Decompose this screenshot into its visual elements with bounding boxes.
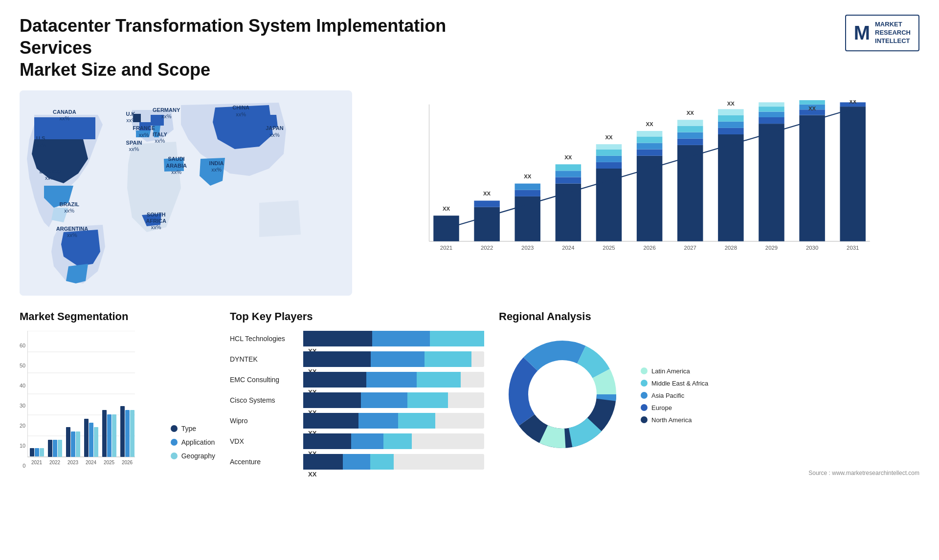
seg-y-axis: 60 50 40 30 20 10 0	[20, 343, 27, 470]
player-emc: EMC Consulting XX	[230, 372, 484, 388]
svg-rect-43	[759, 102, 784, 107]
svg-rect-76	[35, 448, 39, 456]
map-label-spain: SPAINxx%	[126, 140, 142, 152]
map-label-japan: JAPANxx%	[266, 125, 283, 138]
svg-rect-23	[637, 143, 663, 150]
page-header: Datacenter Transformation System Impleme…	[20, 15, 919, 81]
svg-rect-24	[637, 136, 663, 143]
svg-rect-81	[66, 427, 70, 457]
map-label-argentina: ARGENTINAxx%	[56, 226, 88, 238]
svg-rect-78	[48, 440, 52, 457]
svg-rect-11	[556, 177, 581, 184]
player-dyntek: DYNTEK XX	[230, 351, 484, 367]
svg-rect-83	[76, 431, 80, 457]
svg-rect-22	[637, 150, 663, 156]
svg-rect-7	[515, 190, 541, 196]
svg-rect-17	[596, 156, 622, 162]
top-row: CANADAxx% U.S.xx% MEXICOxx% BRAZILxx% AR…	[20, 90, 919, 296]
svg-text:XX: XX	[483, 191, 491, 196]
svg-rect-18	[596, 150, 622, 156]
top-key-players: Top Key Players HCL Technologies XX DYNT…	[230, 310, 484, 474]
svg-rect-25	[637, 131, 663, 136]
world-map: CANADAxx% U.S.xx% MEXICOxx% BRAZILxx% AR…	[20, 90, 352, 296]
svg-rect-35	[718, 122, 744, 128]
seg-chart-svg: 2021 2022 2023 2024 2025 2026	[27, 331, 135, 468]
svg-rect-85	[89, 423, 93, 457]
legend-north-america: North America	[641, 416, 708, 424]
players-bars: HCL Technologies XX DYNTEK	[230, 331, 484, 470]
svg-text:2023: 2023	[67, 460, 79, 465]
map-label-india: INDIAxx%	[209, 160, 224, 173]
svg-text:2025: 2025	[104, 460, 115, 465]
legend-europe: Europe	[641, 404, 708, 411]
svg-rect-15	[596, 169, 622, 241]
svg-text:2022: 2022	[481, 245, 493, 251]
players-title: Top Key Players	[230, 310, 484, 323]
svg-rect-39	[759, 124, 784, 241]
svg-rect-79	[53, 440, 57, 457]
svg-rect-40	[759, 117, 784, 124]
svg-text:2025: 2025	[603, 245, 615, 251]
geography-dot	[171, 452, 178, 459]
player-accenture: Accenture XX	[230, 454, 484, 470]
svg-rect-80	[58, 440, 62, 457]
svg-rect-34	[718, 128, 744, 134]
svg-text:XX: XX	[646, 121, 654, 127]
market-size-chart: XX XX XX XX XX	[367, 90, 919, 296]
seg-legend: Type Application Geography	[171, 425, 215, 470]
svg-rect-8	[515, 184, 541, 190]
legend-latin-america: Latin America	[641, 367, 708, 375]
svg-rect-92	[130, 410, 134, 457]
seg-legend-application: Application	[171, 438, 215, 446]
map-label-south-africa: SOUTHAFRICAxx%	[146, 212, 166, 231]
svg-rect-49	[840, 107, 866, 241]
svg-text:XX: XX	[524, 173, 532, 179]
regional-title: Regional Analysis	[499, 310, 919, 323]
map-label-us: U.S.xx%	[36, 135, 46, 148]
svg-text:XX: XX	[564, 154, 572, 160]
svg-rect-16	[596, 162, 622, 169]
svg-text:2021: 2021	[31, 460, 43, 465]
svg-rect-12	[556, 171, 581, 177]
logo-icon: M	[854, 22, 870, 44]
svg-rect-45	[799, 115, 825, 241]
svg-rect-29	[677, 132, 703, 139]
svg-text:XX: XX	[687, 110, 694, 116]
svg-text:2028: 2028	[725, 245, 737, 251]
svg-text:2027: 2027	[684, 245, 696, 251]
svg-text:2024: 2024	[86, 460, 97, 465]
svg-rect-37	[718, 109, 744, 115]
map-label-china: CHINAxx%	[232, 105, 249, 117]
application-dot	[171, 439, 178, 446]
seg-legend-geography: Geography	[171, 452, 215, 460]
donut-area: Latin America Middle East & Africa Asia …	[499, 331, 919, 460]
regional-analysis: Regional Analysis	[499, 310, 919, 476]
segmentation-title: Market Segmentation	[20, 310, 215, 323]
svg-rect-84	[84, 419, 89, 457]
svg-text:2024: 2024	[562, 245, 574, 251]
map-label-italy: ITALYxx%	[153, 131, 167, 144]
player-wipro: Wipro XX	[230, 413, 484, 429]
player-hcl: HCL Technologies XX	[230, 331, 484, 346]
svg-text:2026: 2026	[122, 460, 133, 465]
svg-rect-88	[107, 414, 112, 457]
svg-text:2029: 2029	[765, 245, 778, 251]
logo-text: MARKETRESEARCHINTELLECT	[875, 21, 911, 45]
map-label-germany: GERMANYxx%	[153, 107, 180, 120]
svg-text:XX: XX	[727, 101, 735, 107]
legend-asia-pacific: Asia Pacific	[641, 392, 708, 399]
logo: M MARKETRESEARCHINTELLECT	[845, 15, 919, 51]
svg-rect-42	[759, 107, 784, 112]
svg-text:2026: 2026	[643, 245, 655, 251]
seg-legend-type: Type	[171, 425, 215, 432]
svg-rect-6	[515, 196, 541, 241]
map-label-mexico: MEXICOxx%	[40, 169, 61, 181]
svg-text:XX: XX	[605, 134, 613, 140]
svg-rect-77	[40, 448, 44, 456]
svg-rect-28	[677, 139, 703, 145]
type-dot	[171, 425, 178, 432]
regional-legend: Latin America Middle East & Africa Asia …	[641, 367, 708, 424]
market-segmentation: Market Segmentation 60 50 40 30 20 10 0	[20, 310, 215, 470]
bar-2022-seg1	[474, 207, 500, 241]
svg-rect-75	[30, 448, 34, 456]
